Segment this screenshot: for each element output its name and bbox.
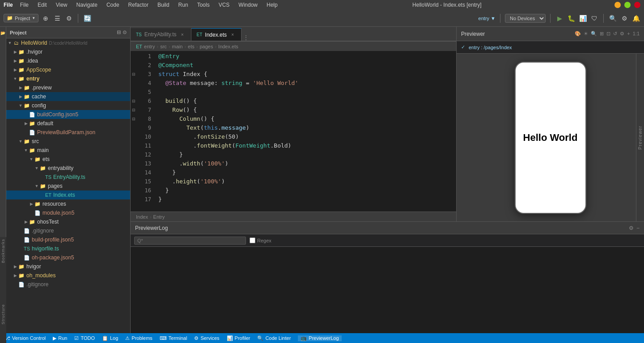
menu-run[interactable]: Run	[177, 1, 190, 9]
tree-item-buildconfig[interactable]: ▶ 📄 buildConfig.json5	[6, 110, 130, 119]
entry-selector[interactable]: entry ▼	[479, 16, 496, 21]
settings-icon[interactable]: ⚙	[620, 31, 624, 37]
menu-build[interactable]: Build	[156, 1, 171, 9]
debug-icon[interactable]: 🐛	[567, 14, 576, 23]
layout-icon[interactable]: ⊞	[600, 31, 604, 37]
tree-item-previewbuildparam[interactable]: ▶ 📄 PreviewBuildParam.json	[6, 128, 130, 137]
tree-item-modulejson5[interactable]: ▶ 📄 module.json5	[6, 208, 130, 217]
locate-icon[interactable]: ⊙	[123, 30, 127, 35]
device-selector[interactable]: No Devices	[505, 14, 546, 23]
fold-icon[interactable]: ⊟	[131, 70, 137, 79]
regex-checkbox-label[interactable]: Regex	[250, 237, 271, 243]
settings-icon[interactable]: ⚙	[64, 14, 73, 23]
tree-item-pages[interactable]: ▼ 📁 pages	[6, 182, 130, 191]
tree-item-entry[interactable]: ▼ 📁 entry	[6, 74, 130, 83]
gear-icon[interactable]: ⚙	[620, 14, 629, 23]
inspector-icon[interactable]: 🔍	[591, 31, 597, 37]
fold-icon[interactable]: ⊟	[131, 114, 137, 123]
search-icon[interactable]: 🔍	[608, 14, 617, 23]
profiler-status[interactable]: 📊 Profiler	[227, 335, 250, 341]
close-panel-icon[interactable]: −	[636, 225, 640, 231]
todo-status[interactable]: ☑ TODO	[74, 335, 95, 341]
tree-item-preview[interactable]: ▶ 📁 .preview	[6, 83, 130, 92]
tree-item-gitignore-root[interactable]: ▶ 📄 .gitignore	[6, 280, 130, 289]
tab-close-icon[interactable]: ×	[179, 31, 186, 38]
run-status[interactable]: ▶ Run	[53, 335, 67, 341]
log-status[interactable]: 📋 Log	[102, 335, 118, 341]
terminal-status[interactable]: ⌨ Terminal	[160, 335, 187, 341]
add-config-icon[interactable]: ⊕	[41, 14, 50, 23]
collapse-all-icon[interactable]: ⊟	[117, 30, 121, 35]
menu-tools[interactable]: Tools	[195, 1, 212, 9]
minimize-button[interactable]	[614, 2, 621, 8]
previewer-side-tab[interactable]: Previewer	[636, 54, 644, 221]
tree-item-oh-modules[interactable]: ▶ 📁 oh_modules	[6, 271, 130, 280]
code-linter-status[interactable]: 🔍 Code Linter	[257, 335, 291, 341]
file-tree-content[interactable]: ▼ 🗂 HelloWorld D:\code\HelloWorld ▶ 📁 .h…	[6, 38, 130, 333]
menu-window[interactable]: Window	[237, 1, 259, 9]
maximize-button[interactable]	[624, 2, 631, 8]
breadcrumb-icon: ET	[136, 44, 142, 49]
notification-icon[interactable]: 🔔	[631, 14, 640, 23]
profile-icon[interactable]: 📊	[578, 14, 587, 23]
tree-item-cache[interactable]: ▶ 📁 cache	[6, 92, 130, 101]
tree-item-buildprofile[interactable]: ▶ 📄 build-profile.json5	[6, 235, 130, 244]
zoom-fit-icon[interactable]: ⊡	[606, 31, 610, 37]
folder-icon: 📁	[18, 263, 25, 270]
menu-edit[interactable]: Edit	[36, 1, 49, 9]
close-button[interactable]	[634, 2, 640, 8]
code-content[interactable]: @Entry @Component struct Index { @State …	[155, 51, 456, 212]
tree-item-hvigorfile[interactable]: ▶ TS hvigorfile.ts	[6, 244, 130, 253]
menu-file[interactable]: File	[18, 1, 30, 9]
tree-item-helloworld[interactable]: ▼ 🗂 HelloWorld D:\code\HelloWorld	[6, 38, 130, 47]
tree-item-hvigor-hidden[interactable]: ▶ 📁 .hvigor	[6, 47, 130, 56]
services-status[interactable]: ⚙ Services	[194, 335, 219, 341]
tree-item-src[interactable]: ▼ 📁 src	[6, 137, 130, 146]
list-icon[interactable]: ☰	[53, 14, 62, 23]
tree-label: .hvigor	[26, 49, 42, 55]
previewer-log-status[interactable]: 📺 PreviewerLog	[298, 335, 341, 341]
search-input[interactable]	[134, 237, 246, 245]
settings-icon[interactable]: ⚙	[629, 225, 634, 231]
zoom-in-icon[interactable]: +	[627, 31, 630, 37]
tab-entryability[interactable]: TS EntryAbility.ts ×	[131, 28, 191, 41]
more-tabs-icon[interactable]: ⋮	[242, 34, 250, 41]
color-swatch-icon[interactable]: 🎨	[575, 31, 581, 37]
problems-status[interactable]: ⚠ Problems	[125, 335, 152, 341]
build-sync-icon[interactable]: 🔄	[83, 14, 92, 23]
rotate-icon[interactable]: ↺	[613, 31, 617, 37]
tab-index[interactable]: ET Index.ets ×	[191, 28, 242, 41]
tree-item-entryability[interactable]: ▼ 📁 entryability	[6, 164, 130, 173]
tree-item-gitignore-entry[interactable]: ▶ 📄 .gitignore	[6, 226, 130, 235]
tree-item-default[interactable]: ▶ 📁 default	[6, 119, 130, 128]
light-dark-icon[interactable]: ☀	[584, 31, 588, 37]
tree-item-ohostest[interactable]: ▶ 📁 ohosTest	[6, 217, 130, 226]
tree-item-hvigor-root[interactable]: ▶ 📁 hvigor	[6, 262, 130, 271]
fold-icon[interactable]: ⊟	[131, 106, 137, 114]
tree-item-entryabilityts[interactable]: ▶ TS EntryAbility.ts	[6, 173, 130, 182]
fold-icon[interactable]: ⊟	[131, 97, 137, 106]
tab-close-icon[interactable]: ×	[229, 32, 236, 38]
tree-item-ets[interactable]: ▼ 📁 ets	[6, 155, 130, 164]
tree-item-indexets[interactable]: ▶ ET Index.ets	[6, 191, 130, 199]
tree-item-ohpackage[interactable]: ▶ 📄 oh-package.json5	[6, 253, 130, 262]
regex-checkbox[interactable]	[250, 237, 255, 243]
tree-item-config[interactable]: ▼ 📁 config	[6, 101, 130, 110]
menu-refactor[interactable]: Refactor	[127, 1, 150, 9]
code-editor[interactable]: ⊟ ⊟ ⊟ ⊟ 1 2 3 4 5 6 7	[131, 51, 456, 212]
run-icon[interactable]: ▶	[555, 14, 564, 23]
menu-view[interactable]: View	[54, 1, 69, 9]
project-selector[interactable]: 📁 Project ▼	[4, 14, 38, 22]
coverage-icon[interactable]: 🛡	[590, 14, 599, 23]
tree-item-resources[interactable]: ▶ 📁 resources	[6, 199, 130, 208]
tree-item-idea[interactable]: ▶ 📁 .idea	[6, 56, 130, 65]
menu-vcs[interactable]: VCS	[217, 1, 232, 9]
tree-item-main[interactable]: ▼ 📁 main	[6, 146, 130, 155]
menu-navigate[interactable]: Navigate	[75, 1, 99, 9]
tree-item-appscope[interactable]: ▶ 📁 AppScope	[6, 65, 130, 74]
menu-code[interactable]: Code	[105, 1, 121, 9]
regex-label: Regex	[257, 238, 271, 243]
menu-help[interactable]: Help	[265, 1, 280, 9]
version-control-status[interactable]: ⎇ Version Control	[4, 335, 46, 341]
bottom-panel-title: PreviewerLog	[135, 225, 168, 231]
